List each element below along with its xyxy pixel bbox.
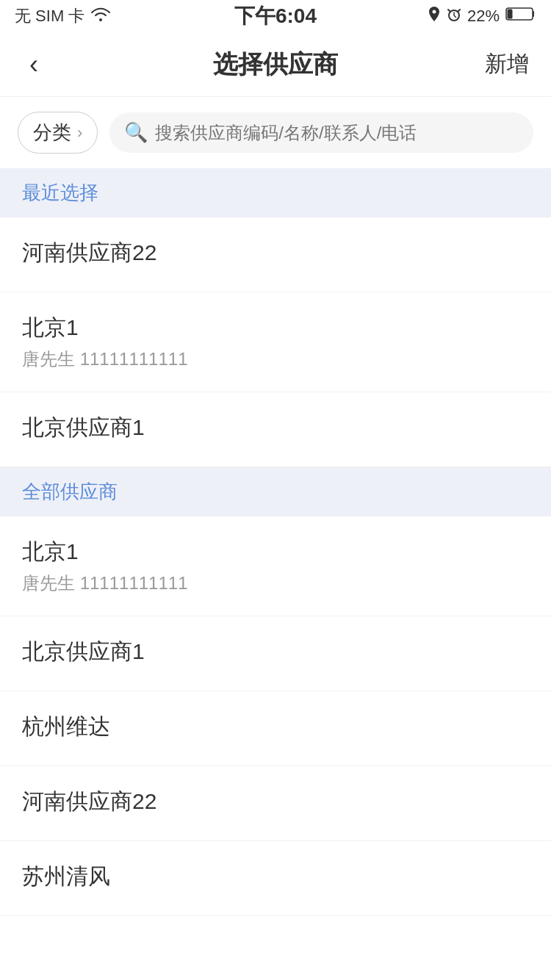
list-item[interactable]: 河南供应商22 bbox=[0, 217, 551, 292]
filter-row: 分类 › 🔍 bbox=[0, 97, 551, 168]
item-name: 河南供应商22 bbox=[22, 238, 529, 268]
back-button[interactable]: ‹ bbox=[22, 44, 46, 85]
list-item[interactable]: 杭州维达 bbox=[0, 691, 551, 766]
status-time: 下午6:04 bbox=[234, 2, 317, 30]
list-item[interactable]: 河南供应商22 bbox=[0, 766, 551, 841]
status-left: 无 SIM 卡 bbox=[15, 5, 111, 27]
item-name: 北京1 bbox=[22, 537, 529, 567]
list-item[interactable]: 苏州清风 bbox=[0, 841, 551, 916]
status-bar: 无 SIM 卡 下午6:04 22% bbox=[0, 0, 551, 32]
recent-section-label: 最近选择 bbox=[22, 181, 98, 203]
recent-section-header: 最近选择 bbox=[0, 168, 551, 217]
carrier-text: 无 SIM 卡 bbox=[15, 5, 84, 27]
item-name: 河南供应商22 bbox=[22, 787, 529, 817]
alarm-icon bbox=[447, 6, 461, 26]
battery-text: 22% bbox=[467, 7, 500, 26]
list-item[interactable]: 北京供应商1 bbox=[0, 616, 551, 691]
add-button[interactable]: 新增 bbox=[485, 49, 529, 79]
battery-icon bbox=[505, 7, 536, 26]
all-items-list: 北京1唐先生 11111111111北京供应商1杭州维达河南供应商22苏州清风 bbox=[0, 516, 551, 916]
location-icon bbox=[428, 6, 441, 26]
page-title: 选择供应商 bbox=[213, 48, 338, 82]
item-name: 北京供应商1 bbox=[22, 637, 529, 667]
nav-bar: ‹ 选择供应商 新增 bbox=[0, 32, 551, 97]
item-contact: 唐先生 11111111111 bbox=[22, 347, 529, 371]
recent-items-list: 河南供应商22北京1唐先生 11111111111北京供应商1 bbox=[0, 217, 551, 467]
chevron-right-icon: › bbox=[77, 123, 82, 143]
list-item[interactable]: 北京1唐先生 11111111111 bbox=[0, 516, 551, 616]
item-name: 苏州清风 bbox=[22, 862, 529, 892]
all-section-label: 全部供应商 bbox=[22, 480, 118, 502]
search-input[interactable] bbox=[155, 123, 519, 143]
wifi-icon bbox=[90, 7, 111, 26]
category-label: 分类 bbox=[33, 120, 71, 145]
status-right: 22% bbox=[428, 6, 536, 26]
item-name: 北京1 bbox=[22, 313, 529, 343]
item-contact: 唐先生 11111111111 bbox=[22, 572, 529, 595]
list-item[interactable]: 北京1唐先生 11111111111 bbox=[0, 292, 551, 392]
item-name: 杭州维达 bbox=[22, 712, 529, 742]
all-section-header: 全部供应商 bbox=[0, 467, 551, 516]
category-filter-button[interactable]: 分类 › bbox=[18, 112, 98, 154]
search-icon: 🔍 bbox=[124, 121, 148, 144]
list-item[interactable]: 北京供应商1 bbox=[0, 392, 551, 467]
svg-rect-2 bbox=[508, 10, 513, 19]
search-box: 🔍 bbox=[109, 112, 533, 153]
item-name: 北京供应商1 bbox=[22, 413, 529, 443]
